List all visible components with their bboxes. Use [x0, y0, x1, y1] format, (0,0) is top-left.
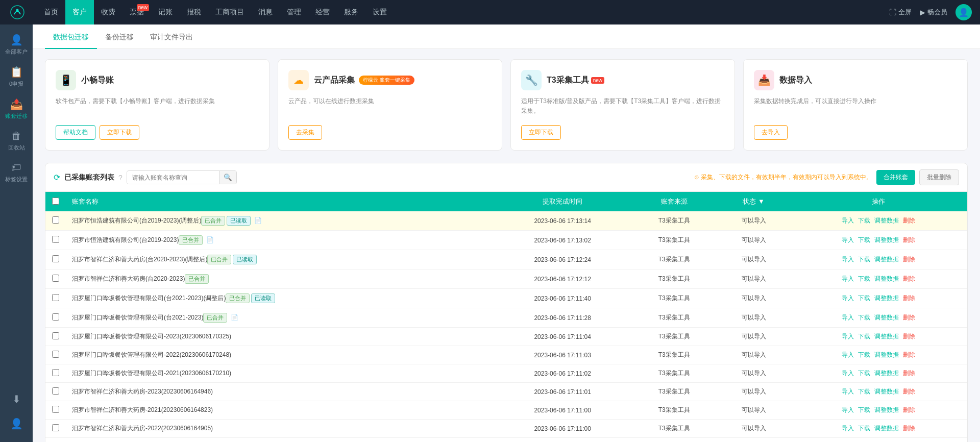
refresh-icon[interactable]: ⟳ — [54, 173, 60, 182]
action-调整数据[interactable]: 调整数据 — [874, 294, 899, 302]
action-删除[interactable]: 删除 — [903, 388, 915, 395]
nav-item-service[interactable]: 服务 — [337, 0, 365, 24]
row-checkbox[interactable] — [52, 424, 59, 431]
action-导入[interactable]: 导入 — [842, 425, 854, 432]
action-调整数据[interactable]: 调整数据 — [874, 351, 899, 358]
action-删除[interactable]: 删除 — [903, 351, 915, 358]
sidebar-item-all-customers[interactable]: 👤 全部客户 — [0, 29, 33, 61]
sidebar-item-trash[interactable]: 🗑 回收站 — [0, 125, 33, 157]
sidebar-download-btn[interactable]: ⬇ — [8, 389, 25, 409]
action-导入[interactable]: 导入 — [842, 351, 854, 358]
tab-data-migration[interactable]: 数据包迁移 — [45, 27, 97, 49]
action-下载[interactable]: 下载 — [858, 333, 870, 340]
nav-item-business[interactable]: 工商项目 — [208, 0, 251, 24]
action-删除[interactable]: 删除 — [903, 275, 915, 282]
t3-download-btn[interactable]: 立即下载 — [521, 125, 561, 140]
file-icon[interactable]: 📄 — [254, 217, 262, 224]
nav-item-tax[interactable]: 报税 — [180, 0, 208, 24]
nav-item-fee[interactable]: 收费 — [94, 0, 122, 24]
action-删除[interactable]: 删除 — [903, 217, 915, 224]
action-删除[interactable]: 删除 — [903, 256, 915, 263]
row-checkbox[interactable] — [52, 313, 59, 321]
action-调整数据[interactable]: 调整数据 — [874, 370, 899, 377]
merge-account-btn[interactable]: 合并账套 — [876, 170, 915, 185]
action-下载[interactable]: 下载 — [858, 425, 870, 432]
tab-backup-migration[interactable]: 备份迁移 — [97, 27, 142, 49]
avatar[interactable]: 👤 — [955, 4, 972, 20]
action-导入[interactable]: 导入 — [842, 294, 854, 302]
action-调整数据[interactable]: 调整数据 — [874, 236, 899, 243]
action-下载[interactable]: 下载 — [858, 351, 870, 358]
row-checkbox[interactable] — [52, 236, 59, 243]
action-下载[interactable]: 下载 — [858, 406, 870, 413]
row-checkbox[interactable] — [52, 406, 59, 413]
go-import-btn[interactable]: 去导入 — [754, 125, 788, 140]
row-checkbox[interactable] — [52, 294, 59, 301]
help-icon[interactable]: ? — [118, 174, 122, 182]
action-下载[interactable]: 下载 — [858, 217, 870, 224]
action-删除[interactable]: 删除 — [903, 314, 915, 321]
row-checkbox[interactable] — [52, 369, 59, 376]
sidebar-item-tag-settings[interactable]: 🏷 标签设置 — [0, 157, 33, 188]
action-下载[interactable]: 下载 — [858, 236, 870, 243]
action-导入[interactable]: 导入 — [842, 406, 854, 413]
action-下载[interactable]: 下载 — [858, 275, 870, 282]
nav-item-settings[interactable]: 设置 — [365, 0, 394, 24]
search-input[interactable] — [127, 171, 219, 184]
file-icon[interactable]: 📄 — [231, 314, 238, 321]
download-now-btn[interactable]: 立即下载 — [100, 125, 139, 140]
member-btn[interactable]: ▶ 畅会员 — [920, 8, 947, 17]
action-下载[interactable]: 下载 — [858, 370, 870, 377]
nav-item-operation[interactable]: 经营 — [308, 0, 337, 24]
action-下载[interactable]: 下载 — [858, 294, 870, 302]
action-调整数据[interactable]: 调整数据 — [874, 425, 899, 432]
action-下载[interactable]: 下载 — [858, 388, 870, 395]
nav-item-bookkeeping[interactable]: 记账 — [151, 0, 180, 24]
sidebar-user-btn[interactable]: 👤 — [6, 413, 27, 434]
nav-item-message[interactable]: 消息 — [251, 0, 280, 24]
action-下载[interactable]: 下载 — [858, 256, 870, 263]
action-导入[interactable]: 导入 — [842, 388, 854, 395]
action-删除[interactable]: 删除 — [903, 425, 915, 432]
nav-item-manage[interactable]: 管理 — [280, 0, 308, 24]
sidebar-item-account-migration[interactable]: 📤 账套迁移 — [0, 93, 33, 125]
action-调整数据[interactable]: 调整数据 — [874, 217, 899, 224]
file-icon[interactable]: 📄 — [206, 236, 214, 243]
action-导入[interactable]: 导入 — [842, 333, 854, 340]
action-删除[interactable]: 删除 — [903, 406, 915, 413]
action-导入[interactable]: 导入 — [842, 370, 854, 377]
row-checkbox[interactable] — [52, 255, 59, 262]
action-导入[interactable]: 导入 — [842, 314, 854, 321]
action-删除[interactable]: 删除 — [903, 370, 915, 377]
action-删除[interactable]: 删除 — [903, 294, 915, 302]
action-导入[interactable]: 导入 — [842, 275, 854, 282]
search-btn[interactable]: 🔍 — [219, 171, 236, 184]
action-导入[interactable]: 导入 — [842, 217, 854, 224]
action-调整数据[interactable]: 调整数据 — [874, 275, 899, 282]
action-删除[interactable]: 删除 — [903, 333, 915, 340]
action-调整数据[interactable]: 调整数据 — [874, 314, 899, 321]
go-collect-btn[interactable]: 去采集 — [288, 125, 322, 140]
action-调整数据[interactable]: 调整数据 — [874, 388, 899, 395]
action-调整数据[interactable]: 调整数据 — [874, 406, 899, 413]
select-all-checkbox[interactable] — [52, 198, 59, 205]
batch-delete-btn[interactable]: 批量删除 — [919, 169, 959, 185]
action-调整数据[interactable]: 调整数据 — [874, 333, 899, 340]
row-checkbox[interactable] — [52, 351, 59, 358]
nav-item-customer[interactable]: 客户 — [65, 0, 94, 24]
row-checkbox[interactable] — [52, 275, 59, 282]
row-checkbox[interactable] — [52, 216, 59, 224]
nav-item-invoice[interactable]: 票据new — [122, 0, 151, 24]
action-调整数据[interactable]: 调整数据 — [874, 256, 899, 263]
action-下载[interactable]: 下载 — [858, 314, 870, 321]
row-checkbox[interactable] — [52, 387, 59, 395]
help-doc-btn[interactable]: 帮助文档 — [56, 125, 95, 140]
fullscreen-btn[interactable]: ⛶ 全屏 — [889, 8, 912, 17]
tab-audit-export[interactable]: 审计文件导出 — [142, 27, 201, 49]
row-checkbox[interactable] — [52, 332, 59, 339]
action-导入[interactable]: 导入 — [842, 236, 854, 243]
sidebar-item-zero-report[interactable]: 📋 0申报 — [0, 61, 33, 93]
action-删除[interactable]: 删除 — [903, 236, 915, 243]
nav-item-home[interactable]: 首页 — [37, 0, 65, 24]
action-导入[interactable]: 导入 — [842, 256, 854, 263]
